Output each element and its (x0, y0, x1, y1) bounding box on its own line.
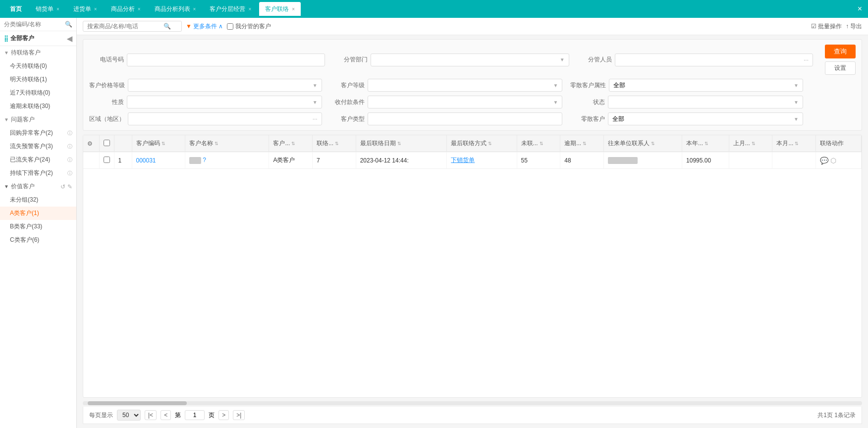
search-icon[interactable]: 🔍 (163, 23, 171, 30)
data-table: ⚙ 客户编码 ⇅ (83, 135, 862, 169)
customer-level-dropdown[interactable]: ▼ (368, 79, 563, 92)
status-dropdown[interactable]: ▼ (608, 96, 803, 108)
pagination-bar: 每页显示 50 |< < 第 页 > >| 共1页 1条记录 (83, 407, 862, 424)
row-code[interactable]: 000031 (132, 152, 185, 169)
row-index: 1 (114, 152, 132, 169)
sidebar-collapse-icon[interactable]: ◀ (67, 35, 72, 43)
dept-dropdown[interactable]: ▼ (371, 54, 569, 66)
sidebar-section-pending[interactable]: ▼ 待联络客户 (0, 46, 76, 59)
arrow-down-icon: ▼ (4, 50, 9, 55)
prev-page-btn[interactable]: < (161, 410, 171, 420)
col-gear-header[interactable]: ⚙ (83, 135, 99, 152)
col-overdue-header: 逾期... ⇅ (560, 135, 604, 152)
advanced-filter: 电话号码 分管部门 ▼ 分管人员 ··· (83, 39, 862, 131)
sidebar-item-declining-customers[interactable]: 持续下滑客户(2) ⓘ (0, 166, 76, 180)
col-this-month-header: 本月... ⇅ (772, 135, 816, 152)
region-dots: ··· (313, 115, 318, 122)
close-sales-tab[interactable]: × (56, 6, 59, 12)
close-purchase-tab[interactable]: × (94, 6, 97, 12)
nature-dropdown[interactable]: ▼ (127, 96, 322, 108)
col-name-header: 客户名称 ⇅ (185, 135, 269, 152)
sidebar-all-customers[interactable]: ⣿ 全部客户 ◀ (0, 31, 76, 46)
scrollbar-track (83, 401, 862, 405)
sidebar-item-loss-warning[interactable]: 流失预警客户(3) ⓘ (0, 140, 76, 153)
price-level-arrow: ▼ (313, 83, 318, 88)
nav-tab-goods-analysis-list[interactable]: 商品分析列表 × (149, 2, 202, 16)
retail-customer-dropdown[interactable]: 全部 ▼ (608, 112, 803, 125)
my-customers-check[interactable] (227, 23, 233, 30)
nav-tab-customer-segment[interactable]: 客户分层经营 × (204, 2, 257, 16)
sidebar-search-input[interactable] (4, 21, 63, 28)
settings-button[interactable]: 设置 (825, 61, 856, 75)
field-nature: 性质 ▼ (89, 96, 322, 108)
nav-tab-goods-analysis[interactable]: 商品分析 × (105, 2, 147, 16)
sidebar-item-overdue-pending[interactable]: 逾期未联络(30) (0, 100, 76, 113)
query-button[interactable]: 查询 (825, 45, 856, 58)
scrollbar-thumb (88, 401, 187, 405)
last-page-btn[interactable]: >| (233, 410, 245, 420)
field-customer-level: 客户等级 ▼ (330, 79, 563, 92)
next-page-btn[interactable]: > (218, 410, 229, 420)
sidebar-item-7days-pending[interactable]: 近7天待联络(0) (0, 86, 76, 100)
first-page-btn[interactable]: |< (145, 410, 157, 420)
close-goods-analysis-tab[interactable]: × (138, 6, 141, 12)
export-btn[interactable]: ↑ 导出 (846, 22, 862, 31)
row-select-checkbox[interactable] (104, 157, 110, 163)
col-category-header: 客户... ⇅ (269, 135, 313, 152)
info-icon-2: ⓘ (67, 143, 72, 150)
row-name[interactable]: ? (185, 152, 269, 169)
region-input[interactable]: ··· (128, 112, 322, 125)
sidebar-item-b-class[interactable]: B类客户(33) (0, 220, 76, 233)
sidebar-item-today-pending[interactable]: 今天待联络(0) (0, 59, 76, 73)
search-input[interactable] (87, 23, 162, 30)
payment-dropdown[interactable]: ▼ (368, 96, 563, 108)
price-level-dropdown[interactable]: ▼ (128, 79, 322, 92)
page-number-input[interactable] (185, 410, 205, 420)
close-goods-analysis-list-tab[interactable]: × (193, 6, 196, 12)
nav-tab-sales[interactable]: 销货单 × (30, 2, 65, 16)
phone-input[interactable] (127, 54, 325, 66)
more-filters-btn[interactable]: ▼ 更多条件 ∧ (186, 22, 223, 31)
close-all-tabs[interactable]: × (856, 2, 864, 15)
top-navigation: 首页 销货单 × 进货单 × 商品分析 × 商品分析列表 × 客户分层经营 × … (0, 0, 868, 18)
edit-icon[interactable]: ✎ (67, 183, 72, 190)
sidebar-item-tomorrow-pending[interactable]: 明天待联络(1) (0, 73, 76, 86)
manager-input[interactable]: ··· (615, 54, 813, 66)
page-size-select[interactable]: 50 (117, 410, 141, 421)
chevron-icon: ∧ (218, 23, 223, 30)
nav-tab-purchase[interactable]: 进货单 × (67, 2, 103, 16)
nav-tab-customer-contact[interactable]: 客户联络 × (259, 2, 301, 16)
field-retail-customer: 零散客户 全部 ▼ (570, 112, 803, 125)
my-customers-checkbox[interactable]: 我分管的客户 (227, 22, 271, 31)
select-all-checkbox[interactable] (104, 140, 110, 146)
sidebar-item-c-class[interactable]: C类客户(6) (0, 233, 76, 247)
batch-op-btn[interactable]: ☑ 批量操作 (811, 22, 842, 31)
main-area: 🔍 ⣿ 全部客户 ◀ ▼ 待联络客户 今天待联络(0) 明天待联络(1) 近7天… (0, 18, 868, 428)
close-customer-contact-tab[interactable]: × (292, 6, 295, 12)
nav-tab-home[interactable]: 首页 (4, 2, 28, 16)
field-dept: 分管部门 ▼ (333, 54, 569, 66)
qr-icon[interactable]: ⬡ (830, 157, 836, 164)
col-checkbox-header (99, 135, 114, 152)
grid-icon: ⣿ (4, 35, 8, 42)
close-customer-segment-tab[interactable]: × (248, 6, 251, 12)
gear-icon[interactable]: ⚙ (87, 140, 93, 147)
sidebar-search-icon[interactable]: 🔍 (65, 21, 72, 28)
sidebar-section-value[interactable]: ▼ 价值客户 ↺ ✎ (0, 180, 76, 193)
customer-type-input[interactable] (368, 112, 563, 125)
info-icon: ⓘ (67, 130, 72, 137)
sidebar-section-problem[interactable]: ▼ 问题客户 (0, 113, 76, 126)
chat-icon[interactable]: 💬 (820, 157, 828, 164)
sidebar-item-lost-customers[interactable]: 已流失客户(24) ⓘ (0, 153, 76, 166)
sort-icon-7: ⇅ (540, 141, 543, 146)
batch-icon: ☑ (811, 23, 816, 30)
name-gray-block (189, 157, 201, 164)
col-last-contact-date-header: 最后联络日期 ⇅ (356, 135, 447, 152)
sidebar-item-repurchase-anomaly[interactable]: 回购异常客户(2) ⓘ (0, 126, 76, 140)
horizontal-scrollbar[interactable] (83, 400, 862, 407)
row-last-contact-method[interactable]: 下销货单 (447, 152, 517, 169)
sidebar-item-a-class[interactable]: A类客户(1) (0, 207, 76, 220)
retail-attr-dropdown[interactable]: 全部 ▼ (609, 79, 803, 92)
refresh-icon[interactable]: ↺ (60, 183, 65, 190)
sidebar-item-ungrouped[interactable]: 未分组(32) (0, 193, 76, 207)
